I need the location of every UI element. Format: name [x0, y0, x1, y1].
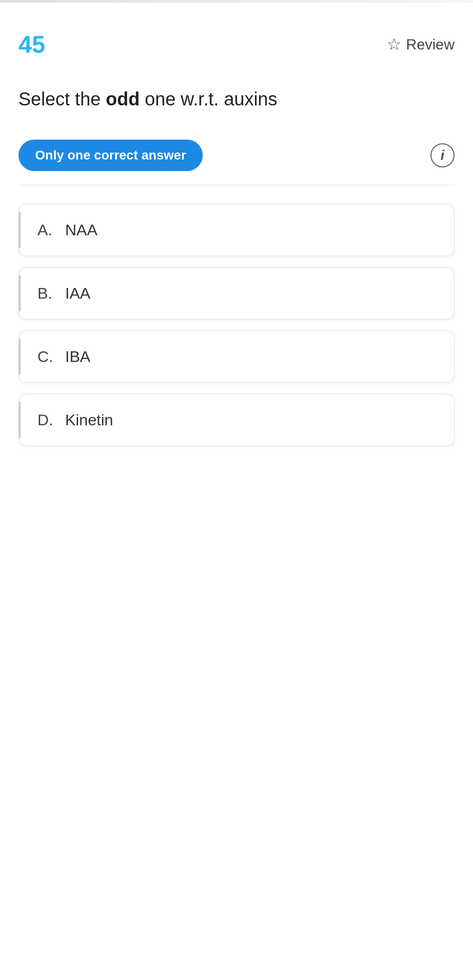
review-button[interactable]: ☆ Review — [387, 36, 455, 53]
question-suffix: one w.r.t. auxins — [139, 89, 277, 109]
option-d-text: Kinetin — [65, 411, 113, 429]
option-c-label: C. — [37, 348, 65, 366]
option-a[interactable]: A. NAA — [18, 204, 455, 256]
option-b[interactable]: B. IAA — [18, 267, 455, 319]
divider — [18, 185, 455, 185]
option-c[interactable]: C. IBA — [18, 331, 455, 383]
option-a-text: NAA — [65, 221, 97, 239]
options-container: A. NAA B. IAA C. IBA D. Kinetin — [18, 204, 455, 446]
header: 45 ☆ Review — [18, 31, 455, 58]
question-number: 45 — [18, 31, 45, 58]
question-prefix: Select the — [18, 89, 106, 109]
option-b-label: B. — [37, 284, 65, 302]
star-icon: ☆ — [387, 36, 401, 53]
answer-type-badge: Only one correct answer — [18, 140, 203, 171]
answer-type-row: Only one correct answer i — [18, 140, 455, 171]
option-a-label: A. — [37, 221, 65, 239]
option-b-text: IAA — [65, 284, 91, 302]
option-c-text: IBA — [65, 348, 91, 366]
review-label: Review — [406, 36, 455, 53]
option-d-label: D. — [37, 411, 65, 429]
info-icon[interactable]: i — [431, 143, 455, 167]
question-bold: odd — [106, 89, 139, 109]
option-d[interactable]: D. Kinetin — [18, 394, 455, 446]
main-container: 45 ☆ Review Select the odd one w.r.t. au… — [0, 3, 473, 465]
question-text: Select the odd one w.r.t. auxins — [18, 86, 455, 112]
